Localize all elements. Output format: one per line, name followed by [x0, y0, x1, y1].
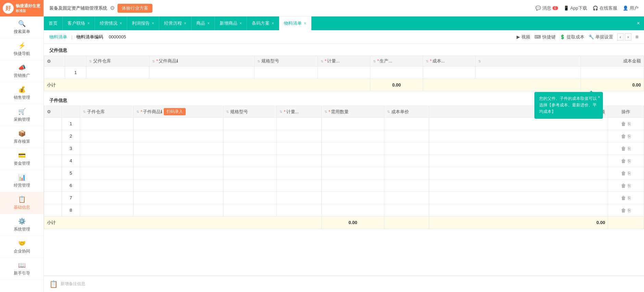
- nav-tab-close-4[interactable]: ×: [184, 21, 186, 26]
- child-row-product[interactable]: [134, 204, 223, 217]
- online-service-button[interactable]: 🎧 在线客服: [593, 5, 617, 11]
- delete-row-icon[interactable]: 🗑: [621, 133, 626, 139]
- settings-gear-icon[interactable]: ⚙: [47, 59, 51, 64]
- nav-prev-button[interactable]: ‹: [617, 33, 623, 40]
- child-row-product[interactable]: [134, 155, 223, 167]
- sidebar-item-0[interactable]: 🔍搜索菜单: [0, 16, 44, 38]
- close-all-tabs-button[interactable]: ×: [633, 20, 644, 26]
- child-row-unit-cost[interactable]: [384, 204, 429, 217]
- child-row-unit[interactable]: [277, 167, 322, 179]
- nav-tab-5[interactable]: 商品×: [191, 16, 215, 30]
- parent-row-produce[interactable]: [370, 67, 423, 79]
- nav-tab-close-7[interactable]: ×: [272, 21, 274, 26]
- delete-row-icon[interactable]: 🗑: [621, 171, 626, 176]
- copy-row-icon[interactable]: ⎘: [628, 133, 631, 139]
- child-row-unit[interactable]: [277, 142, 322, 155]
- sidebar-item-9[interactable]: ⚙️系统管理: [0, 214, 44, 236]
- gear-icon[interactable]: ⚙: [110, 5, 115, 11]
- child-row-product[interactable]: [134, 130, 223, 142]
- nav-tab-4[interactable]: 经营历程×: [159, 16, 191, 30]
- child-row-warehouse[interactable]: [80, 167, 134, 179]
- copy-row-icon[interactable]: ⎘: [628, 146, 631, 151]
- child-row-warehouse[interactable]: [80, 130, 134, 142]
- child-settings-gear-icon[interactable]: ⚙: [47, 109, 51, 114]
- sidebar-item-4[interactable]: 🛒采购管理: [0, 104, 44, 126]
- delete-row-icon[interactable]: 🗑: [621, 158, 626, 164]
- child-row-spec[interactable]: [223, 204, 277, 217]
- app-download-button[interactable]: 📱 App下载: [564, 5, 587, 11]
- child-row-warehouse[interactable]: [80, 118, 134, 130]
- sidebar-item-5[interactable]: 📦库存核算: [0, 126, 44, 148]
- nav-tab-close-6[interactable]: ×: [239, 21, 242, 26]
- user-button[interactable]: 👤 用户: [623, 5, 639, 11]
- trial-button[interactable]: 体验行业方案: [117, 4, 152, 13]
- delete-row-icon[interactable]: 🗑: [621, 183, 626, 188]
- child-row-unit[interactable]: [277, 130, 322, 142]
- copy-row-icon[interactable]: ⎘: [628, 158, 631, 164]
- nav-tab-close-8[interactable]: ×: [304, 21, 306, 26]
- child-row-unit-cost[interactable]: [384, 155, 429, 167]
- sidebar-item-7[interactable]: 📊经营管理: [0, 170, 44, 192]
- delete-row-icon[interactable]: 🗑: [621, 121, 626, 127]
- nav-tab-close-1[interactable]: ×: [87, 21, 90, 26]
- child-row-unit-cost[interactable]: [384, 118, 429, 130]
- child-row-spec[interactable]: [223, 130, 277, 142]
- copy-row-icon[interactable]: ⎘: [628, 208, 631, 213]
- sidebar-item-3[interactable]: 💰销售管理: [0, 82, 44, 104]
- child-row-unit[interactable]: [277, 192, 322, 204]
- child-row-quantity[interactable]: [322, 204, 384, 217]
- video-button[interactable]: ▶ 视频: [517, 34, 530, 40]
- add-note-icon[interactable]: 📋: [49, 280, 58, 288]
- parent-row-warehouse[interactable]: [86, 67, 149, 79]
- nav-tab-3[interactable]: 利润报告×: [127, 16, 159, 30]
- nav-tab-close-2[interactable]: ×: [120, 21, 122, 26]
- parent-row-cost[interactable]: [423, 67, 475, 79]
- child-row-spec[interactable]: [223, 155, 277, 167]
- child-row-quantity[interactable]: [322, 167, 384, 179]
- child-row-unit[interactable]: [277, 179, 322, 192]
- child-row-quantity[interactable]: [322, 179, 384, 192]
- child-row-spec[interactable]: [223, 192, 277, 204]
- child-row-spec[interactable]: [223, 179, 277, 192]
- nav-tab-close-5[interactable]: ×: [207, 21, 210, 26]
- child-row-warehouse[interactable]: [80, 204, 134, 217]
- child-row-spec[interactable]: [223, 142, 277, 155]
- child-row-quantity[interactable]: [322, 118, 384, 130]
- scan-input-button[interactable]: 扫码录入: [164, 108, 186, 115]
- child-row-spec[interactable]: [223, 118, 277, 130]
- child-row-warehouse[interactable]: [80, 192, 134, 204]
- copy-row-icon[interactable]: ⎘: [628, 183, 631, 188]
- sidebar-item-6[interactable]: 💳资金管理: [0, 148, 44, 170]
- delete-row-icon[interactable]: 🗑: [621, 195, 626, 201]
- extract-cost-button[interactable]: 💲 提取成本: [560, 34, 584, 40]
- child-row-warehouse[interactable]: [80, 142, 134, 155]
- child-row-product[interactable]: [134, 142, 223, 155]
- child-row-unit-cost[interactable]: [384, 142, 429, 155]
- child-row-unit[interactable]: [277, 118, 322, 130]
- child-row-product[interactable]: [134, 179, 223, 192]
- parent-row-spec[interactable]: [255, 67, 318, 79]
- tooltip-close-button[interactable]: ×: [598, 94, 600, 101]
- child-row-unit-cost[interactable]: [384, 179, 429, 192]
- child-row-unit[interactable]: [277, 204, 322, 217]
- nav-tab-1[interactable]: 客户联络×: [63, 16, 95, 30]
- nav-tab-8[interactable]: 物料清单×: [279, 16, 311, 30]
- nav-next-button[interactable]: ›: [625, 33, 631, 40]
- parent-row-unit[interactable]: [318, 67, 370, 79]
- sidebar-item-11[interactable]: 📖新手引导: [0, 258, 44, 280]
- nav-tab-2[interactable]: 经营情况×: [95, 16, 127, 30]
- nav-tab-6[interactable]: 新增商品×: [215, 16, 247, 30]
- child-row-warehouse[interactable]: [80, 155, 134, 167]
- child-row-unit[interactable]: [277, 155, 322, 167]
- child-row-warehouse[interactable]: [80, 179, 134, 192]
- child-row-quantity[interactable]: [322, 155, 384, 167]
- delete-row-icon[interactable]: 🗑: [621, 146, 626, 151]
- child-row-product[interactable]: [134, 192, 223, 204]
- parent-row-product[interactable]: [149, 67, 255, 79]
- parent-row-extra[interactable]: [475, 67, 581, 79]
- copy-row-icon[interactable]: ⎘: [628, 121, 631, 127]
- child-row-product[interactable]: [134, 118, 223, 130]
- shortcut-button[interactable]: ⌨ 快捷键: [534, 34, 556, 40]
- child-row-product[interactable]: [134, 167, 223, 179]
- copy-row-icon[interactable]: ⎘: [628, 171, 631, 176]
